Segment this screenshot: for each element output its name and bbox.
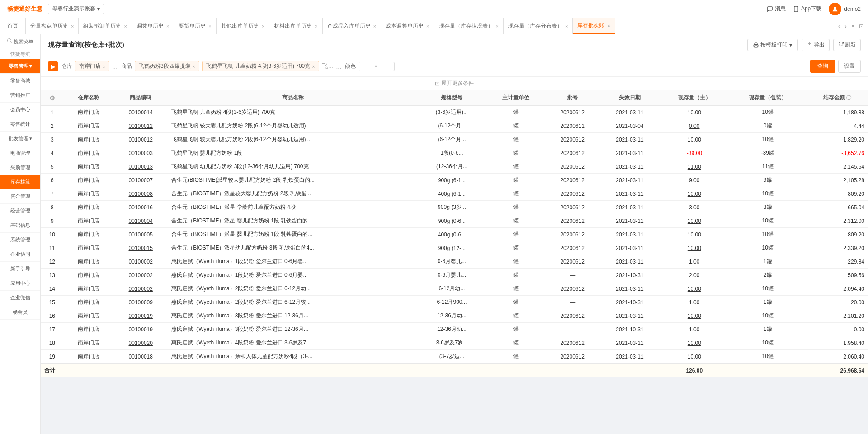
sidebar-item-enterprise[interactable]: 企业协同 — [0, 247, 40, 262]
query-button[interactable]: 查询 — [810, 60, 835, 73]
tab-diao-bo[interactable]: 调拨单历史 × — [132, 18, 174, 34]
tab-zu-chai[interactable]: 组装拆卸单历史 × — [79, 18, 132, 34]
user-area[interactable]: demo2 — [829, 3, 861, 15]
tab-next-icon[interactable]: › — [843, 22, 849, 31]
row-qty[interactable]: 10.00 — [660, 350, 729, 364]
tab-close-icon[interactable]: × — [124, 24, 127, 29]
col-settings[interactable]: ⚙ — [41, 90, 64, 106]
tab-close-icon[interactable]: × — [565, 24, 568, 29]
tab-chan-pin[interactable]: 产成品入库单历史 × — [323, 18, 381, 34]
product-ellipsis[interactable]: 飞... — [322, 62, 334, 71]
row-qty[interactable]: 10.00 — [660, 282, 729, 296]
refresh-button[interactable]: 刷新 — [833, 39, 861, 51]
tab-prev-icon[interactable]: ‹ — [836, 22, 842, 31]
row-qty[interactable]: 10.00 — [660, 309, 729, 323]
tab-close-icon[interactable]: × — [496, 24, 499, 29]
product-tag-2-close[interactable]: × — [312, 64, 315, 69]
sidebar-item-purchase[interactable]: 采购管理 — [0, 160, 40, 175]
expand-more-bar[interactable]: ⊡ 展开更多条件 — [41, 77, 868, 90]
product-tag-1-close[interactable]: × — [193, 64, 195, 69]
sidebar-item-ecommerce[interactable]: 电商管理 — [0, 146, 40, 160]
row-code[interactable]: 00100004 — [113, 214, 168, 228]
row-code[interactable]: 00100019 — [113, 323, 168, 336]
sidebar-item-basic[interactable]: 基础信息 — [0, 218, 40, 233]
row-qty[interactable]: 0.00 — [660, 119, 729, 133]
color-dropdown[interactable]: ▾ — [359, 62, 395, 71]
tab-close-icon[interactable]: × — [208, 24, 211, 29]
tab-close-icon[interactable]: × — [426, 24, 429, 29]
row-qty[interactable]: -39.00 — [660, 146, 729, 160]
sidebar-item-finance[interactable]: 资金管理 — [0, 189, 40, 204]
tab-close-icon[interactable]: × — [262, 24, 264, 29]
message-btn[interactable]: 消息 — [767, 5, 786, 13]
tab-yao-huo[interactable]: 要货单历史 × — [174, 18, 216, 34]
tab-close-all-icon[interactable]: × — [849, 22, 856, 30]
row-qty[interactable]: 1.00 — [660, 296, 729, 309]
row-code[interactable]: 00100013 — [113, 160, 168, 174]
row-code[interactable]: 00100012 — [113, 133, 168, 146]
tab-close-icon[interactable]: × — [166, 24, 169, 29]
tab-close-icon[interactable]: × — [315, 24, 317, 29]
sidebar-item-inventory[interactable]: 库存核算 — [0, 175, 40, 189]
tab-close-icon[interactable]: × — [71, 24, 74, 29]
row-code[interactable]: 00100002 — [113, 255, 168, 269]
sidebar-item-batch-mgmt[interactable]: 批发管理 ▾ — [0, 132, 40, 146]
print-button[interactable]: 按模板打印 ▾ — [747, 39, 798, 51]
sidebar-item-zero-stats[interactable]: 零售统计 — [0, 117, 40, 132]
sidebar-item-operations[interactable]: 经营管理 — [0, 204, 40, 218]
row-code[interactable]: 00100002 — [113, 269, 168, 282]
product-ellipsis-2[interactable]: ... — [336, 63, 341, 70]
row-qty[interactable]: 9.00 — [660, 174, 729, 187]
app-download-btn[interactable]: App下载 — [793, 5, 821, 13]
tab-menu-icon[interactable]: ⊡ — [857, 22, 865, 30]
tab-cai-liao[interactable]: 材料出库单历史 × — [269, 18, 322, 34]
row-code[interactable]: 00100003 — [113, 146, 168, 160]
row-qty[interactable]: 1.00 — [660, 255, 729, 269]
row-code[interactable]: 00100008 — [113, 187, 168, 201]
row-code[interactable]: 00100009 — [113, 296, 168, 309]
tab-ku-cun[interactable]: 库存批次账 × — [573, 18, 615, 34]
row-code[interactable]: 00100005 — [113, 228, 168, 241]
tab-fen-pan[interactable]: 分量盘点单历史 × — [26, 18, 79, 34]
row-qty[interactable]: 11.00 — [660, 160, 729, 174]
row-code[interactable]: 00100007 — [113, 174, 168, 187]
sidebar-item-system[interactable]: 系统管理 — [0, 233, 40, 247]
tab-xian-cun-fen[interactable]: 现存量（库存分布表） × — [504, 18, 573, 34]
warehouse-ellipsis[interactable]: ... — [112, 63, 118, 70]
row-code[interactable]: 00100019 — [113, 309, 168, 323]
sidebar-item-zero-mgmt[interactable]: 零售管理 ▾ — [0, 59, 40, 74]
row-qty[interactable]: 2.00 — [660, 269, 729, 282]
sidebar-item-member[interactable]: 会员中心 — [0, 103, 40, 117]
tab-home[interactable]: 首页 — [0, 18, 26, 34]
row-qty[interactable]: 10.00 — [660, 187, 729, 201]
row-code[interactable]: 00100020 — [113, 336, 168, 350]
row-code[interactable]: 00100015 — [113, 241, 168, 255]
sidebar-item-points[interactable]: 畅会员 — [0, 305, 40, 320]
tab-cheng-ben[interactable]: 成本调整单历史 × — [381, 18, 434, 34]
sidebar-item-marketing[interactable]: 营销推广 — [0, 88, 40, 103]
tab-close-icon[interactable]: × — [607, 23, 610, 28]
row-code[interactable]: 00100016 — [113, 201, 168, 214]
org-selector[interactable]: 母婴行业演示账套 ▾ — [48, 4, 104, 14]
row-qty[interactable]: 3.00 — [660, 201, 729, 214]
warehouse-tag-close[interactable]: × — [103, 64, 105, 69]
sidebar-item-new-guide[interactable]: 新手引导 — [0, 262, 40, 276]
row-qty[interactable]: 10.00 — [660, 214, 729, 228]
settings-button[interactable]: 设置 — [838, 60, 861, 73]
export-button[interactable]: 导出 — [802, 39, 829, 51]
row-qty[interactable]: 10.00 — [660, 106, 729, 119]
sidebar-item-app-center[interactable]: 应用中心 — [0, 276, 40, 291]
filter-expand-btn[interactable]: ▶ — [48, 61, 58, 71]
row-qty[interactable]: 10.00 — [660, 336, 729, 350]
row-code[interactable]: 00100014 — [113, 106, 168, 119]
tab-xian-cun-zhuang[interactable]: 现存量（库存状况表） × — [434, 18, 504, 34]
row-code[interactable]: 00100012 — [113, 119, 168, 133]
row-qty[interactable]: 10.00 — [660, 241, 729, 255]
sidebar-search[interactable]: 搜索菜单 — [0, 34, 40, 49]
row-qty[interactable]: 1.00 — [660, 323, 729, 336]
sidebar-item-zero-shop[interactable]: 零售商城 — [0, 74, 40, 88]
sidebar-item-enterprise-wechat[interactable]: 企业微信 — [0, 291, 40, 305]
tab-close-icon[interactable]: × — [373, 24, 376, 29]
row-code[interactable]: 00100002 — [113, 282, 168, 296]
row-qty[interactable]: 10.00 — [660, 228, 729, 241]
